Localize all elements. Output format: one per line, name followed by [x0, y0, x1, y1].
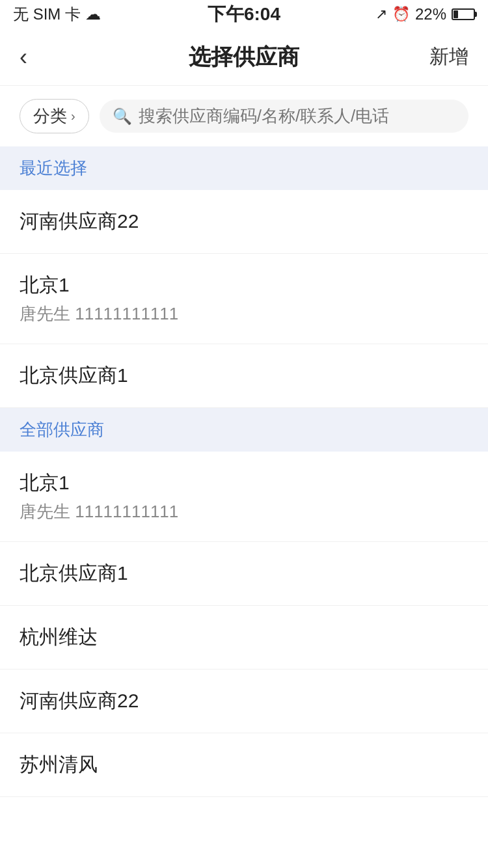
- add-button[interactable]: 新增: [429, 44, 468, 70]
- battery-icon: [452, 8, 475, 20]
- battery-percent: 22%: [415, 5, 446, 23]
- search-box[interactable]: 🔍: [100, 100, 468, 133]
- page-title: 选择供应商: [189, 42, 299, 72]
- item-name: 苏州清风: [20, 752, 468, 778]
- back-button[interactable]: ‹: [20, 44, 59, 71]
- category-filter[interactable]: 分类 ›: [20, 99, 89, 133]
- list-item[interactable]: 杭州维达: [0, 606, 488, 670]
- item-name: 北京供应商1: [20, 362, 468, 389]
- chevron-icon: ›: [71, 109, 75, 124]
- item-name: 河南供应商22: [20, 208, 468, 235]
- sim-status: 无 SIM 卡 ☁: [13, 4, 101, 25]
- item-name: 北京1: [20, 470, 468, 496]
- list-item[interactable]: 北京供应商1: [0, 344, 488, 408]
- status-right: ↗ ⏰ 22%: [375, 5, 475, 23]
- search-icon: 🔍: [113, 107, 132, 126]
- recent-section-label: 最近选择: [20, 158, 87, 178]
- all-section-label: 全部供应商: [20, 420, 104, 439]
- list-item[interactable]: 北京1唐先生 11111111111: [0, 452, 488, 542]
- all-list: 北京1唐先生 11111111111北京供应商1杭州维达河南供应商22苏州清风: [0, 452, 488, 797]
- list-item[interactable]: 北京供应商1: [0, 542, 488, 606]
- all-section-header: 全部供应商: [0, 408, 488, 452]
- item-name: 北京1: [20, 272, 468, 299]
- list-item[interactable]: 河南供应商22: [0, 670, 488, 733]
- category-label: 分类: [33, 105, 67, 128]
- list-item[interactable]: 河南供应商22: [0, 190, 488, 254]
- item-name: 河南供应商22: [20, 688, 468, 714]
- item-name: 杭州维达: [20, 624, 468, 651]
- item-sub: 唐先生 11111111111: [20, 500, 468, 523]
- location-icon: ↗: [375, 6, 387, 23]
- recent-list: 河南供应商22北京1唐先生 11111111111北京供应商1: [0, 190, 488, 408]
- list-item[interactable]: 苏州清风: [0, 733, 488, 797]
- recent-section-header: 最近选择: [0, 146, 488, 190]
- filter-bar: 分类 › 🔍: [0, 86, 488, 146]
- item-sub: 唐先生 11111111111: [20, 303, 468, 325]
- item-name: 北京供应商1: [20, 560, 468, 587]
- list-item[interactable]: 北京1唐先生 11111111111: [0, 254, 488, 344]
- search-input[interactable]: [139, 106, 455, 126]
- nav-bar: ‹ 选择供应商 新增: [0, 29, 488, 86]
- status-left: 无 SIM 卡 ☁: [13, 4, 101, 25]
- status-bar: 无 SIM 卡 ☁ 下午6:04 ↗ ⏰ 22%: [0, 0, 488, 29]
- status-time: 下午6:04: [208, 2, 280, 27]
- alarm-icon: ⏰: [392, 6, 410, 23]
